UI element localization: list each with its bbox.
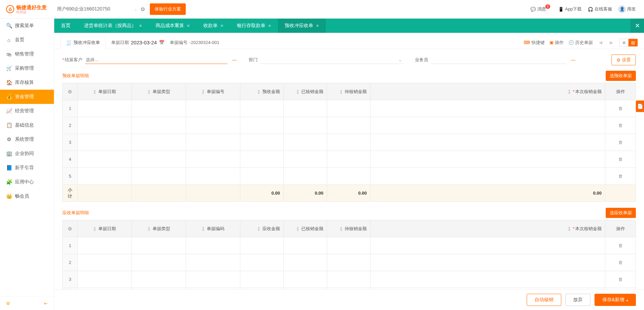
tab-2[interactable]: 商品成本重算✕ xyxy=(149,19,197,33)
delete-row-icon[interactable]: 🗑 xyxy=(605,254,636,271)
customer-input[interactable] xyxy=(85,56,227,64)
table-row[interactable]: 5🗑 xyxy=(63,168,636,185)
sidebar-item-10[interactable]: 📘新手引导 xyxy=(0,161,54,175)
sidebar-icon: 📈 xyxy=(6,108,12,114)
col-amt[interactable]: ▲▼预收金额 xyxy=(240,83,284,100)
close-icon[interactable]: ✕ xyxy=(316,24,319,28)
prepay-title: 预收单据明细 xyxy=(62,73,89,79)
col-date[interactable]: ▲▼单据日期 xyxy=(78,83,132,100)
col-pend[interactable]: ▲▼待核销金额 xyxy=(327,220,370,237)
col-type[interactable]: ▲▼单据类型 xyxy=(132,220,186,237)
settings-button[interactable]: ⚙设置 xyxy=(611,54,636,65)
col-date[interactable]: ▲▼单据日期 xyxy=(78,220,132,237)
sidebar-settings-icon[interactable]: ⚙ xyxy=(6,301,10,306)
tab-0[interactable]: 首页 xyxy=(54,19,77,33)
sidebar-item-label: 企业协同 xyxy=(15,151,34,157)
receivable-section-head: 应收单据明细 选应收单据 xyxy=(54,205,644,220)
sidebar-item-8[interactable]: ⚙系统管理 xyxy=(0,132,54,147)
col-code[interactable]: ▲▼单据编号 xyxy=(186,83,240,100)
sidebar-item-6[interactable]: 📈经营管理 xyxy=(0,104,54,118)
auto-writeoff-button[interactable]: 自动核销 xyxy=(527,294,561,306)
dept-select[interactable]: ⌄ xyxy=(260,56,403,64)
right-edge-tab-icon[interactable]: 📄 xyxy=(636,101,644,112)
delete-row-icon[interactable]: 🗑 xyxy=(605,271,636,288)
delete-row-icon[interactable]: 🗑 xyxy=(605,168,636,185)
delete-row-icon[interactable]: 🗑 xyxy=(605,151,636,168)
org-selector[interactable]: 用户690企业1660120750 ▵ xyxy=(57,6,140,12)
table-row[interactable]: 1🗑 xyxy=(63,100,636,117)
sidebar-item-label: 新手引导 xyxy=(15,165,34,171)
delete-row-icon[interactable]: 🗑 xyxy=(605,237,636,254)
sidebar-icon: 📘 xyxy=(6,165,12,171)
customer-picker-icon[interactable]: ⋯ xyxy=(232,58,237,63)
delete-row-icon[interactable]: 🗑 xyxy=(605,134,636,151)
discard-button[interactable]: 放弃 xyxy=(565,294,590,306)
sidebar-item-4[interactable]: 🏠库存核算 xyxy=(0,75,54,90)
tab-4[interactable]: 银行存取款单✕ xyxy=(230,19,278,33)
next-doc-icon[interactable]: ▶ xyxy=(608,40,615,45)
tabs-close-all-icon[interactable]: ✕ xyxy=(630,19,644,33)
col-cur[interactable]: ▲▼*本次核销金额 xyxy=(370,83,605,100)
tab-label: 预收冲应收单 xyxy=(285,23,313,29)
sidebar-item-0[interactable]: 🔍搜索菜单 xyxy=(0,19,54,33)
col-code[interactable]: ▲▼单据编码 xyxy=(186,220,240,237)
delete-row-icon[interactable]: 🗑 xyxy=(605,117,636,134)
history-button[interactable]: 🕘历史单据 xyxy=(568,40,593,46)
col-cur[interactable]: ▲▼*本次核销金额 xyxy=(370,220,605,237)
operate-button[interactable]: ▣操作 xyxy=(549,40,564,46)
sidebar-item-9[interactable]: 🏢企业协同 xyxy=(0,147,54,161)
delete-row-icon[interactable]: 🗑 xyxy=(605,100,636,117)
sidebar-item-5[interactable]: 💰资金管理 xyxy=(0,90,54,104)
close-icon[interactable]: ✕ xyxy=(187,24,190,28)
close-icon[interactable]: ✕ xyxy=(268,24,271,28)
tab-label: 进货单统计表（按商品） xyxy=(84,23,136,29)
grid-settings-icon[interactable]: ⚙ xyxy=(63,83,78,100)
messages-link[interactable]: 💬 消息 6 xyxy=(530,6,552,12)
app-download-link[interactable]: 📱 App下载 xyxy=(558,6,582,12)
prev-doc-icon[interactable]: ◀ xyxy=(598,40,604,45)
sidebar-icon: 🛍 xyxy=(6,51,12,57)
table-row[interactable]: 3🗑 xyxy=(63,271,636,288)
col-ver[interactable]: ▲▼已核销金额 xyxy=(284,220,327,237)
doc-header: 🧾 预收冲应收单 单据日期 2023-03-24 📅 单据编号 -2023032… xyxy=(54,33,644,49)
sidebar-item-3[interactable]: 🛒采购管理 xyxy=(0,61,54,75)
try-industry-button[interactable]: 体验行业方案 xyxy=(150,3,186,15)
col-type[interactable]: ▲▼单据类型 xyxy=(132,83,186,100)
table-row[interactable]: 4🗑 xyxy=(63,151,636,168)
sidebar-item-11[interactable]: 🧩应用中心 xyxy=(0,175,54,189)
sidebar-item-7[interactable]: 📋基础信息 xyxy=(0,118,54,132)
footer-bar: 自动核销 放弃 保存&新增▴ xyxy=(54,289,644,310)
doc-date-value[interactable]: 2023-03-24 xyxy=(131,40,157,45)
table-row[interactable]: 2🗑 xyxy=(63,254,636,271)
tab-1[interactable]: 进货单统计表（按商品）✕ xyxy=(77,19,149,33)
shortcut-button[interactable]: ⌨快捷键 xyxy=(524,40,545,46)
tab-5[interactable]: 预收冲应收单✕ xyxy=(278,19,326,33)
tab-3[interactable]: 收款单✕ xyxy=(197,19,230,33)
org-settings-icon[interactable]: ⚙ xyxy=(140,6,145,13)
view-card-icon[interactable]: ▤ xyxy=(628,39,638,46)
view-list-icon[interactable]: ≣ xyxy=(620,39,628,46)
user-menu[interactable]: 👤 用友 xyxy=(618,5,636,13)
grid-settings-icon[interactable]: ⚙ xyxy=(63,220,78,237)
pick-receivable-button[interactable]: 选应收单据 xyxy=(606,208,636,218)
table-row[interactable]: 2🗑 xyxy=(63,117,636,134)
sidebar-collapse-icon[interactable]: ⇤ xyxy=(44,301,48,306)
table-row[interactable]: 3🗑 xyxy=(63,134,636,151)
clerk-input[interactable] xyxy=(431,56,566,64)
col-pend[interactable]: ▲▼待核销金额 xyxy=(327,83,370,100)
col-amt[interactable]: ▲▼应收金额 xyxy=(240,220,284,237)
calendar-icon[interactable]: 📅 xyxy=(159,40,164,45)
header-right: 💬 消息 6 📱 App下载 🎧 在线客服 👤 用友 xyxy=(530,5,644,13)
save-and-new-button[interactable]: 保存&新增▴ xyxy=(595,294,636,306)
clerk-picker-icon[interactable]: ⋯ xyxy=(571,58,576,63)
col-ver[interactable]: ▲▼已核销金额 xyxy=(284,83,327,100)
table-row[interactable]: 1🗑 xyxy=(63,237,636,254)
sidebar-item-2[interactable]: 🛍销售管理 xyxy=(0,47,54,61)
sidebar-icon: 💰 xyxy=(6,94,12,100)
close-icon[interactable]: ✕ xyxy=(139,24,142,28)
sidebar-item-1[interactable]: ⌂首页 xyxy=(0,33,54,47)
close-icon[interactable]: ✕ xyxy=(220,24,223,28)
customer-service-link[interactable]: 🎧 在线客服 xyxy=(588,6,612,12)
sidebar-item-12[interactable]: 👑畅会员 xyxy=(0,189,54,203)
pick-prepay-button[interactable]: 选预收单据 xyxy=(606,71,636,81)
